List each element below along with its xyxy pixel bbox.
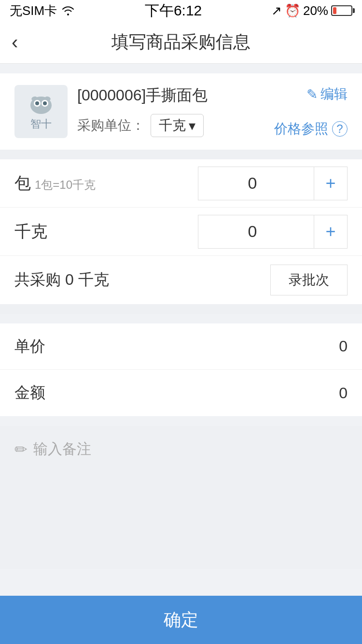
page-title: 填写商品采购信息 [111, 30, 251, 54]
section-divider-2 [0, 304, 362, 314]
back-button[interactable]: ‹ [12, 31, 18, 53]
amount-row: 金额 0 [0, 370, 362, 416]
kg-quantity-input[interactable] [198, 215, 314, 249]
bao-plus-button[interactable]: + [314, 167, 348, 200]
unit-price-label: 单价 [14, 336, 45, 357]
owl-icon [28, 92, 55, 116]
section-divider-1 [0, 150, 362, 159]
help-icon: ? [332, 121, 348, 137]
status-bar: 无SIM卡 下午6:12 ↗ ⏰ 20% [0, 0, 362, 21]
bao-sublabel: 1包=10千克 [35, 178, 96, 191]
battery-percent: 20% [303, 3, 328, 18]
wifi-icon [61, 5, 75, 16]
edit-icon: ✎ [306, 86, 318, 102]
confirm-button[interactable]: 确定 [0, 596, 362, 644]
amount-value: 0 [339, 384, 348, 402]
bao-quantity-input[interactable] [198, 167, 314, 200]
remark-placeholder: 输入备注 [33, 439, 91, 459]
kg-input-control: + [198, 215, 348, 249]
edit-button[interactable]: ✎ 编辑 [306, 85, 348, 103]
product-card: 智十 [0000006]手撕面包 采购单位： 千克 ▾ ✎ 编辑 价格参照 ? [0, 73, 362, 150]
battery-fill [333, 7, 336, 14]
summary-row: 共采购 0 千克 录批次 [0, 256, 362, 304]
price-section: 单价 0 金额 0 [0, 323, 362, 416]
remark-section[interactable]: ✏ 输入备注 [0, 426, 362, 473]
svg-point-4 [43, 101, 47, 105]
status-right: ↗ ⏰ 20% [271, 3, 352, 18]
kg-label: 千克 [14, 221, 198, 243]
product-thumbnail: 智十 [14, 85, 68, 138]
confirm-label: 确定 [164, 608, 198, 632]
battery-icon [331, 5, 352, 16]
unit-select[interactable]: 千克 ▾ [151, 114, 204, 137]
content-spacer [0, 473, 362, 569]
product-thumb-inner: 智十 [28, 92, 55, 131]
carrier-text: 无SIM卡 [10, 2, 57, 19]
nav-bar: ‹ 填写商品采购信息 [0, 21, 362, 64]
price-reference-button[interactable]: 价格参照 ? [274, 120, 348, 138]
remark-icon: ✏ [14, 440, 28, 459]
unit-price-row: 单价 0 [0, 323, 362, 370]
amount-label: 金额 [14, 382, 45, 404]
unit-price-value: 0 [339, 337, 348, 355]
thumb-label: 智十 [30, 117, 52, 131]
status-left: 无SIM卡 [10, 2, 75, 19]
batch-button[interactable]: 录批次 [270, 265, 348, 295]
bao-row: 包1包=10千克 + [0, 159, 362, 208]
location-icon: ↗ [271, 3, 282, 18]
price-ref-label: 价格参照 [274, 120, 328, 138]
status-time: 下午6:12 [145, 1, 202, 21]
bao-label: 包1包=10千克 [14, 172, 198, 195]
summary-text: 共采购 0 千克 [14, 269, 109, 291]
edit-label: 编辑 [320, 85, 348, 103]
bao-input-control: + [198, 167, 348, 200]
kg-plus-button[interactable]: + [314, 215, 348, 249]
input-section: 包1包=10千克 + 千克 + 共采购 0 千克 录批次 [0, 159, 362, 304]
kg-row: 千克 + [0, 208, 362, 256]
alarm-icon: ⏰ [285, 3, 300, 18]
unit-prefix: 采购单位： [77, 116, 145, 135]
svg-point-3 [35, 101, 39, 105]
